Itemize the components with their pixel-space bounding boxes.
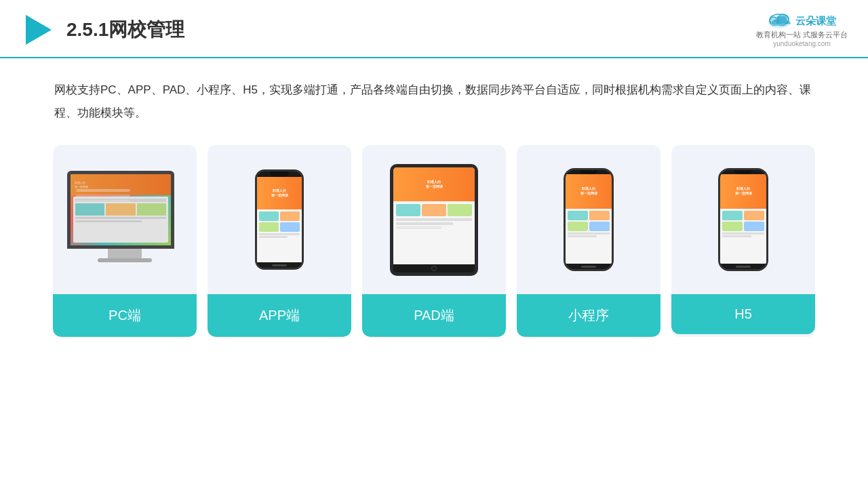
card-miniapp: 职通人的第一堂网课 xyxy=(517,145,660,337)
phone-device-app: 职通人的第一堂网课 xyxy=(255,169,304,270)
logo-url: yunduoketang.com xyxy=(773,40,831,47)
phone-notch-miniapp xyxy=(580,170,597,174)
logo-brand-name: 云朵课堂 xyxy=(795,15,836,28)
cloud-icon xyxy=(767,12,791,30)
card-app-image: 职通人的第一堂网课 xyxy=(208,145,351,294)
card-pc: 职通人的第一堂网课 xyxy=(53,145,197,337)
tablet-home-btn xyxy=(431,266,437,271)
page-title: 2.5.1网校管理 xyxy=(66,17,184,43)
svg-marker-0 xyxy=(26,15,52,45)
card-app: 职通人的第一堂网课 xyxy=(208,145,351,337)
phone-bottom-app xyxy=(257,262,302,268)
phone-screen-miniapp: 职通人的第一堂网课 xyxy=(566,174,612,264)
card-pc-image: 职通人的第一堂网课 xyxy=(53,145,197,294)
description-content: 网校支持PC、APP、PAD、小程序、H5，实现多端打通，产品各终端自由切换，数… xyxy=(54,83,811,119)
card-pad-image: 职通人的第一堂网课 xyxy=(362,145,506,294)
phone-home-miniapp xyxy=(581,266,596,268)
header-left: 2.5.1网校管理 xyxy=(20,12,184,47)
card-pad-label: PAD端 xyxy=(362,294,506,337)
phone-home-app xyxy=(272,264,287,266)
phone-screen-app: 职通人的第一堂网课 xyxy=(257,177,302,262)
monitor-base xyxy=(98,258,152,262)
phone-device-h5: 职通人的第一堂网课 xyxy=(718,168,768,271)
card-h5: 职通人的第一堂网课 xyxy=(671,145,815,337)
page-header: 2.5.1网校管理 云朵课堂 教育机构一站 式服务云平台 yunduoketan… xyxy=(0,0,868,58)
logo-cloud: 云朵课堂 xyxy=(767,12,836,30)
monitor-screen: 职通人的第一堂网课 xyxy=(67,171,174,249)
phone-device-miniapp: 职通人的第一堂网课 xyxy=(564,168,614,271)
phone-notch-app xyxy=(270,171,289,177)
card-miniapp-image: 职通人的第一堂网课 xyxy=(517,145,660,294)
phone-bottom-h5 xyxy=(720,264,766,269)
monitor-screen-content: 职通人的第一堂网课 xyxy=(71,174,171,245)
monitor-device: 职通人的第一堂网课 xyxy=(67,171,182,269)
tablet-bottom xyxy=(393,264,475,272)
card-miniapp-label: 小程序 xyxy=(517,294,660,337)
phone-bottom-miniapp xyxy=(566,264,612,269)
card-h5-image: 职通人的第一堂网课 xyxy=(671,145,815,294)
card-app-label: APP端 xyxy=(208,294,351,337)
card-pc-label: PC端 xyxy=(53,294,197,337)
phone-screen-h5: 职通人的第一堂网课 xyxy=(720,174,766,264)
card-pad: 职通人的第一堂网课 xyxy=(362,145,506,337)
tablet-device: 职通人的第一堂网课 xyxy=(390,164,478,276)
logo-area: 云朵课堂 教育机构一站 式服务云平台 yunduoketang.com xyxy=(756,12,848,47)
logo-tagline: 教育机构一站 式服务云平台 xyxy=(756,30,848,40)
device-cards-container: 职通人的第一堂网课 xyxy=(0,138,868,350)
phone-notch-h5 xyxy=(734,170,752,174)
description-text: 网校支持PC、APP、PAD、小程序、H5，实现多端打通，产品各终端自由切换，数… xyxy=(0,58,868,138)
card-h5-label: H5 xyxy=(671,294,815,334)
tablet-screen: 职通人的第一堂网课 xyxy=(393,167,475,264)
phone-home-h5 xyxy=(736,266,751,268)
brand-icon xyxy=(20,12,56,47)
monitor-stand xyxy=(108,249,142,258)
